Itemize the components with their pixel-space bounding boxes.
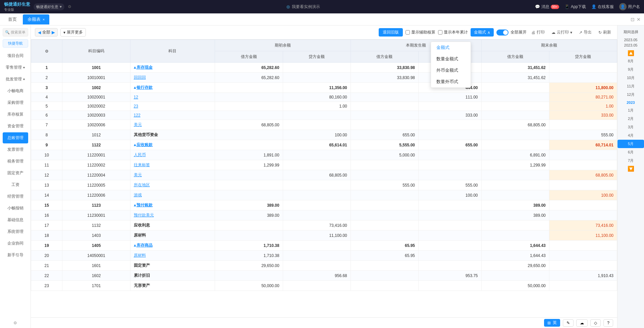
month-2[interactable]: 2月 <box>618 115 644 123</box>
sidebar-item-assets[interactable]: 固定资产 <box>3 168 28 179</box>
amount-style-btn[interactable]: 金额式 ∧ <box>471 28 494 37</box>
print-btn[interactable]: 🖨 打印 <box>529 28 547 36</box>
sidebar-item-inventory[interactable]: 库存核算 <box>3 109 28 120</box>
message-btn[interactable]: 💬 消息 99+ <box>535 4 559 10</box>
window-selector[interactable]: 畅捷通好生意 ▾ <box>34 3 64 10</box>
table-cell-ob-credit <box>283 63 351 73</box>
balance-table: ⚙ 科目编码 科目 期初余额 本期发生额 期末余额 借方金额 贷方金额 借方金额… <box>31 40 617 291</box>
settings-icon[interactable]: ⚙ <box>68 4 71 9</box>
sidebar-item-tax[interactable]: 税务管理 <box>3 156 28 167</box>
month-12[interactable]: 12月 <box>618 90 644 99</box>
user-avatar[interactable]: 👤 用户名 <box>619 3 640 10</box>
table-cell-eb-debit <box>481 130 549 140</box>
sidebar-item-purchase[interactable]: 采购管理 <box>3 97 28 108</box>
period-up-btn[interactable]: 🔼 <box>627 49 635 57</box>
sidebar-item-ecommerce[interactable]: 小畅电商 <box>3 85 28 96</box>
sidebar-item-capital[interactable]: 资金管理 <box>3 121 28 132</box>
table-cell-subject: 固定资产 <box>130 261 215 271</box>
dropdown-item-amount[interactable]: 金额式 <box>431 42 471 53</box>
tab-balance-sheet[interactable]: 余额表 × <box>23 14 49 24</box>
month-1[interactable]: 1月 <box>618 106 644 115</box>
edit-btn[interactable]: ✎ <box>563 319 574 327</box>
table-cell-subject: 23 <box>130 102 215 111</box>
window-restore-btn[interactable]: ⊡ <box>631 17 635 22</box>
month-5-current[interactable]: 5月 <box>618 140 644 148</box>
table-cell-curr-debit <box>351 120 418 130</box>
window-close-btn[interactable]: ✕ <box>637 17 641 22</box>
table-cell-ob-debit <box>215 180 283 190</box>
aux-checkbox[interactable] <box>406 30 410 35</box>
sidebar: 🔍 搜索菜单 快捷导航 项目合同 零售管理 ▾ 批发管理 ▾ 小畅电商 采购管理… <box>0 25 31 328</box>
period-down-btn[interactable]: 🔽 <box>627 165 635 173</box>
sidebar-item-retail[interactable]: 零售管理 ▾ <box>3 62 28 73</box>
table-cell-ob-credit <box>283 180 351 190</box>
table-cell-ob-credit <box>283 251 351 261</box>
sidebar-item-system[interactable]: 系统管理 <box>3 226 28 237</box>
refresh-btn[interactable]: ↻ 刷新 <box>596 28 613 36</box>
month-4[interactable]: 4月 <box>618 131 644 140</box>
month-10[interactable]: 10月 <box>618 74 644 82</box>
sidebar-item-cooperation[interactable]: 企业协同 <box>3 238 28 249</box>
sidebar-item-smallsale[interactable]: 小畅报销 <box>3 203 28 214</box>
cloud-print-arrow-icon: ▾ <box>570 30 572 35</box>
cloud-print-btn[interactable]: ☁ 云打印 ▾ <box>549 28 574 36</box>
table-cell-curr-credit: 655.00 <box>418 140 481 150</box>
table-cell-no: 23 <box>31 281 62 291</box>
back-to-old-version-btn[interactable]: 退回旧版 <box>379 28 403 37</box>
expand-more-btn[interactable]: ▾ 展开更多 <box>60 28 86 37</box>
sidebar-item-invoice[interactable]: 发票管理 <box>3 144 28 155</box>
table-cell-ob-credit <box>283 241 351 251</box>
table-cell-ob-credit <box>283 160 351 170</box>
table-cell-eb-debit: 389.00 <box>481 210 549 220</box>
bottom-bar: ⊞ 英 ✎ ☁ ◇ ? <box>31 317 617 328</box>
sidebar-quick-nav[interactable]: 快捷导航 <box>3 39 28 48</box>
diamond-btn[interactable]: ◇ <box>590 319 601 327</box>
dropdown-item-foreign-amount[interactable]: 外币金额式 <box>431 65 471 76</box>
sidebar-search[interactable]: 🔍 搜索菜单 <box>3 28 28 37</box>
table-cell-ob-credit: 11,100.00 <box>283 231 351 241</box>
month-7[interactable]: 7月 <box>618 156 644 165</box>
dropdown-item-quantity-foreign[interactable]: 数量外币式 <box>431 76 471 87</box>
help-btn[interactable]: ? <box>603 319 613 327</box>
sidebar-settings-btn[interactable]: ⚙ <box>11 318 20 328</box>
sidebar-item-project[interactable]: 项目合同 <box>3 50 28 61</box>
table-cell-code: 1405 <box>62 241 130 251</box>
aux-check-label[interactable]: 显示辅助核算 <box>406 29 435 35</box>
export-btn[interactable]: ↗ 导出 <box>577 28 594 36</box>
month-8[interactable]: 8月 <box>618 57 644 65</box>
filter-selector[interactable]: ◀ 全部 ▶ <box>35 28 58 37</box>
sidebar-item-wholesale[interactable]: 批发管理 ▾ <box>3 74 28 85</box>
tab-close-btn[interactable]: × <box>43 17 45 21</box>
expand-all-toggle[interactable]: 全部展开 <box>496 29 527 36</box>
table-cell-eb-credit: 100.00 <box>549 190 617 200</box>
month-11[interactable]: 11月 <box>618 82 644 90</box>
month-6[interactable]: 6月 <box>618 148 644 156</box>
sidebar-item-operations[interactable]: 经营管理 <box>3 191 28 202</box>
dropdown-item-quantity-amount[interactable]: 数量金额式 <box>431 53 471 65</box>
period-year2[interactable]: 2023.05 <box>624 43 638 48</box>
app-download-btn[interactable]: 📱 App下载 <box>565 4 586 10</box>
toggle-switch-control[interactable] <box>496 29 508 36</box>
ytd-check-label[interactable]: 显示本年累计 <box>438 29 468 35</box>
table-cell-ob-credit: 73,416.00 <box>283 220 351 231</box>
input-method-btn[interactable]: ⊞ 英 <box>544 319 560 327</box>
sidebar-item-salary[interactable]: 工资 <box>3 179 28 190</box>
period-year1[interactable]: 2023.05 <box>624 37 638 43</box>
sidebar-item-guide[interactable]: 新手引导 <box>3 250 28 261</box>
table-cell-curr-credit <box>418 220 481 231</box>
demo-banner[interactable]: ◎ 我要看实例演示 <box>286 4 320 10</box>
th-settings[interactable]: ⚙ <box>31 40 62 63</box>
th-curr-debit: 借方金额 <box>351 51 418 63</box>
table-cell-curr-debit <box>351 160 418 170</box>
ytd-checkbox[interactable] <box>438 30 442 35</box>
cloud-btn[interactable]: ☁ <box>576 319 588 327</box>
tab-bar: 首页 余额表 × ⊡ ✕ <box>0 13 644 25</box>
sidebar-item-basic[interactable]: 基础信息 <box>3 214 28 225</box>
table-cell-eb-credit: 11,100.00 <box>549 231 617 241</box>
month-9[interactable]: 9月 <box>618 65 644 74</box>
table-cell-curr-debit: 65.95 <box>351 251 418 261</box>
tab-home[interactable]: 首页 <box>3 14 21 24</box>
online-service-btn[interactable]: 👤 在线客服 <box>591 4 614 10</box>
sidebar-item-accounting[interactable]: 总账管理 <box>3 132 28 143</box>
month-3[interactable]: 3月 <box>618 123 644 131</box>
